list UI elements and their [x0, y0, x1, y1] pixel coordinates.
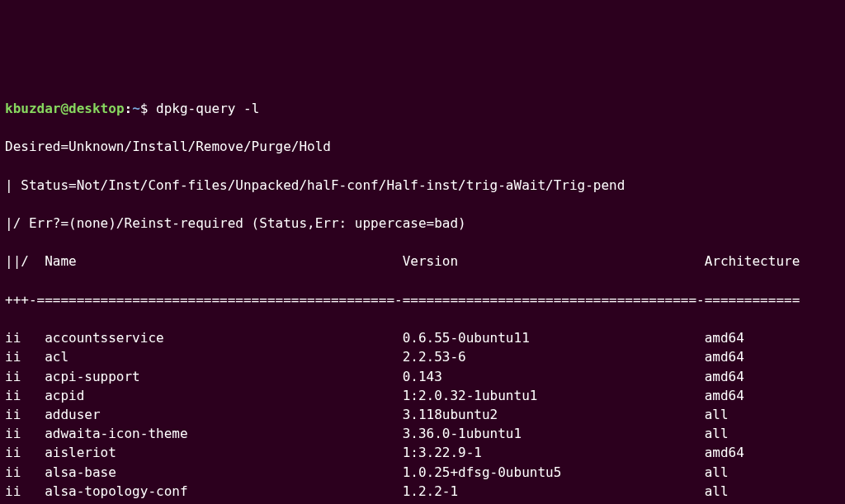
package-row: iiacl2.2.53-6amd64 — [5, 347, 840, 366]
column-header-status: ||/ — [5, 252, 37, 271]
package-name: acl — [37, 347, 403, 366]
package-arch: amd64 — [705, 347, 840, 366]
package-row: iialsa-base1.0.25+dfsg-0ubuntu5all — [5, 463, 840, 482]
separator-name: ========================================… — [37, 290, 403, 309]
package-name: aisleriot — [37, 443, 403, 462]
package-arch: all — [705, 482, 840, 501]
command-text: dpkg-query -l — [156, 101, 259, 116]
prompt-host: desktop — [68, 101, 124, 116]
package-row: iialsa-ucm-conf1.2.2-1all — [5, 501, 840, 504]
package-arch: all — [705, 463, 840, 482]
package-name: alsa-topology-conf — [37, 482, 403, 501]
package-name: accountsservice — [37, 328, 403, 347]
prompt-at: @ — [60, 101, 68, 116]
prompt-path: ~ — [132, 101, 140, 116]
package-status: ii — [5, 328, 37, 347]
package-row: iiadduser3.118ubuntu2all — [5, 405, 840, 424]
package-row: iiacpi-support0.143amd64 — [5, 367, 840, 386]
package-status: ii — [5, 424, 37, 443]
column-header-arch: Architecture — [705, 252, 840, 271]
prompt-user: kbuzdar — [5, 101, 60, 116]
package-status: ii — [5, 347, 37, 366]
package-name: alsa-ucm-conf — [37, 501, 403, 504]
package-arch: amd64 — [705, 328, 840, 347]
package-arch: amd64 — [705, 367, 840, 386]
package-version: 1:3.22.9-1 — [403, 443, 705, 462]
package-version: 2.2.53-6 — [403, 347, 705, 366]
package-name: acpid — [37, 386, 403, 405]
package-version: 0.143 — [403, 367, 705, 386]
package-status: ii — [5, 367, 37, 386]
package-rows: iiaccountsservice0.6.55-0ubuntu11amd64ii… — [5, 328, 840, 504]
package-arch: all — [705, 405, 840, 424]
package-arch: amd64 — [705, 443, 840, 462]
package-status: ii — [5, 386, 37, 405]
package-version: 1:2.0.32-1ubuntu1 — [403, 386, 705, 405]
package-row: iiacpid1:2.0.32-1ubuntu1amd64 — [5, 386, 840, 405]
package-status: ii — [5, 405, 37, 424]
package-name: acpi-support — [37, 367, 403, 386]
terminal-output: kbuzdar@desktop:~$ dpkg-query -l Desired… — [5, 80, 840, 504]
package-status: ii — [5, 501, 37, 504]
separator-status: +++- — [5, 290, 37, 309]
package-name: adwaita-icon-theme — [37, 424, 403, 443]
header-line-3: |/ Err?=(none)/Reinst-required (Status,E… — [5, 214, 840, 233]
separator-arch: ============ — [705, 290, 840, 309]
package-name: alsa-base — [37, 463, 403, 482]
column-header-version: Version — [403, 252, 705, 271]
package-version: 0.6.55-0ubuntu11 — [403, 328, 705, 347]
package-arch: amd64 — [705, 386, 840, 405]
separator-row: +++-====================================… — [5, 290, 840, 309]
separator-version: =====================================- — [403, 290, 705, 309]
prompt-dollar: $ — [140, 101, 149, 116]
prompt-colon: : — [125, 101, 133, 116]
package-status: ii — [5, 482, 37, 501]
prompt-line[interactable]: kbuzdar@desktop:~$ dpkg-query -l — [5, 99, 840, 118]
package-row: iiaisleriot1:3.22.9-1amd64 — [5, 443, 840, 462]
header-line-2: | Status=Not/Inst/Conf-files/Unpacked/ha… — [5, 176, 840, 195]
column-header-row: ||/NameVersionArchitecture — [5, 252, 840, 271]
package-version: 3.118ubuntu2 — [403, 405, 705, 424]
package-version: 1.0.25+dfsg-0ubuntu5 — [403, 463, 705, 482]
package-arch: all — [705, 424, 840, 443]
package-status: ii — [5, 443, 37, 462]
column-header-name: Name — [37, 252, 403, 271]
package-version: 1.2.2-1 — [403, 482, 705, 501]
package-status: ii — [5, 463, 37, 482]
package-row: iiadwaita-icon-theme3.36.0-1ubuntu1all — [5, 424, 840, 443]
package-arch: all — [705, 501, 840, 504]
header-line-1: Desired=Unknown/Install/Remove/Purge/Hol… — [5, 137, 840, 156]
package-name: adduser — [37, 405, 403, 424]
package-row: iiaccountsservice0.6.55-0ubuntu11amd64 — [5, 328, 840, 347]
package-row: iialsa-topology-conf1.2.2-1all — [5, 482, 840, 501]
package-version: 3.36.0-1ubuntu1 — [403, 424, 705, 443]
package-version: 1.2.2-1 — [403, 501, 705, 504]
